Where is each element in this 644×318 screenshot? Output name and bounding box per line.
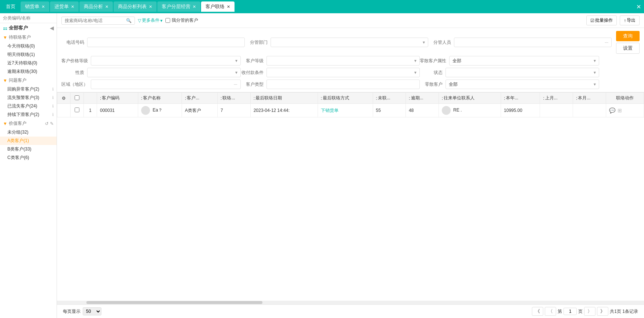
- tab-goods-list-close[interactable]: ✕: [149, 4, 152, 9]
- th-no-contact[interactable]: :未联...: [373, 93, 406, 104]
- tab-sales-order[interactable]: 销货单 ✕: [21, 1, 49, 12]
- sidebar-item-churn-warning[interactable]: 流失预警客户(3) ℹ: [0, 93, 57, 102]
- select-all-checkbox[interactable]: [75, 95, 79, 100]
- sidebar-item-declining[interactable]: 持续下滑客户(2) ℹ: [0, 110, 57, 119]
- filter-input-nature[interactable]: ▾: [87, 68, 241, 77]
- sidebar-group-pending[interactable]: ▼ 待联络客户: [0, 33, 57, 42]
- filter-input-customer-type[interactable]: [266, 80, 420, 89]
- tab-customer-segment[interactable]: 客户分层经营 ✕: [157, 1, 200, 12]
- th-last-month[interactable]: :上月...: [540, 93, 573, 104]
- th-last-contact-date[interactable]: :最后联络日期: [250, 93, 318, 104]
- filter-label-retail-attr: 零散客户属性: [420, 58, 449, 64]
- page-size-select[interactable]: 50 20 100: [83, 307, 101, 315]
- batch-operation-button[interactable]: ☑ 批量操作: [586, 15, 617, 25]
- th-this-year[interactable]: :本年...: [501, 93, 540, 104]
- query-button[interactable]: 查询: [616, 31, 640, 41]
- filter-input-phone[interactable]: [87, 38, 245, 47]
- th-company-contact[interactable]: :往来单位联系人: [439, 93, 501, 104]
- sidebar-item-7days[interactable]: 近7天待联络(0): [0, 59, 57, 67]
- last-page-button[interactable]: 》: [597, 307, 608, 316]
- filter-input-status[interactable]: ▾: [446, 68, 599, 77]
- sidebar-item-tomorrow[interactable]: 明天待联络(1): [0, 50, 57, 59]
- filter-input-retail-attr[interactable]: 全部▾: [449, 56, 599, 66]
- filter-input-dept[interactable]: ▾: [271, 38, 428, 47]
- search-icon[interactable]: 🔍: [126, 18, 132, 23]
- first-page-button[interactable]: 《: [532, 307, 543, 316]
- my-customers-filter[interactable]: 我分管的客户: [165, 17, 198, 24]
- filter-field-payment: 收付款条件 ▾: [241, 68, 420, 77]
- content-area: 🔍 ▽ 更多条件 ▾ 我分管的客户 ☑ 批量操作 ↑ 导出: [57, 13, 644, 318]
- sidebar-item-today[interactable]: 今天待联络(0): [0, 42, 57, 50]
- search-input[interactable]: [65, 18, 126, 23]
- filter-more-button[interactable]: ▽ 更多条件 ▾: [138, 17, 162, 24]
- tab-home[interactable]: 首页: [1, 1, 20, 12]
- tab-goods-analysis[interactable]: 商品分析 ✕: [79, 1, 113, 12]
- th-name[interactable]: :客户名称: [138, 93, 182, 104]
- filter-field-dept: 分管部门 ▾: [245, 38, 428, 47]
- sidebar-search-input[interactable]: [3, 15, 57, 21]
- table-header-row: ⚙ :客户编码 :客户名称 :客户... :联络... :最后联络日期 :最后联…: [57, 93, 644, 104]
- window-close-button[interactable]: ✕: [636, 3, 641, 10]
- my-customers-checkbox[interactable]: [165, 18, 170, 23]
- tab-customer-contact[interactable]: 客户联络 ✕: [201, 1, 235, 12]
- tab-customer-segment-close[interactable]: ✕: [193, 4, 196, 9]
- company-contact-avatar: [442, 106, 451, 115]
- prev-page-button[interactable]: 〈: [545, 307, 556, 316]
- page-number-input[interactable]: [564, 308, 577, 315]
- tab-purchase-close[interactable]: ✕: [71, 4, 74, 9]
- sidebar-all-customers[interactable]: ⚏ 全部客户 ◀: [0, 23, 57, 33]
- filter-more-label: 更多条件: [142, 17, 160, 24]
- filter-input-retail[interactable]: 全部▾: [446, 80, 599, 89]
- setting-button[interactable]: 设置: [616, 43, 640, 54]
- th-type[interactable]: :客户...: [182, 93, 218, 104]
- filter-input-grade[interactable]: ▾: [266, 56, 420, 66]
- horizontal-scrollbar[interactable]: [57, 301, 644, 304]
- th-contact[interactable]: :联络...: [218, 93, 251, 104]
- tab-goods-list[interactable]: 商品分析列表 ✕: [114, 1, 157, 12]
- next-page-button[interactable]: 〉: [584, 307, 595, 316]
- sidebar-group-problem[interactable]: ▼ 问题客户: [0, 76, 57, 85]
- sidebar-item-repurchase-abnormal[interactable]: 回购异常客户(2) ℹ: [0, 85, 57, 93]
- sidebar-item-overdue[interactable]: 逾期未联络(30): [0, 67, 57, 76]
- sidebar-group-problem-label: 问题客户: [9, 77, 26, 84]
- tab-purchase[interactable]: 进货单 ✕: [50, 1, 79, 12]
- filter-field-region: 区域（地区） ···: [61, 80, 241, 89]
- th-overdue[interactable]: :逾期...: [406, 93, 439, 104]
- last-contact-method-link[interactable]: 下销货单: [321, 108, 339, 113]
- sidebar-item-churned[interactable]: 已流失客户(24) ℹ: [0, 102, 57, 110]
- filter-row-2: 客户价格等级 ▾ 客户等级 ▾ 零散客户属性 全部▾: [61, 56, 640, 66]
- tab-customer-contact-close[interactable]: ✕: [227, 4, 230, 9]
- th-settings[interactable]: ⚙: [57, 93, 71, 104]
- sidebar-collapse-icon[interactable]: ◀: [50, 25, 54, 31]
- main-layout: 🔍 ⚏ 全部客户 ◀ ▼ 待联络客户 今天待联络(0) 明天待联络(1) 近7天…: [0, 13, 644, 318]
- filter-input-price-grade[interactable]: ▾: [91, 56, 241, 66]
- filter-label-person: 分管人员: [428, 39, 454, 46]
- sidebar-item-class-b[interactable]: B类客户(33): [0, 145, 57, 153]
- th-last-contact-method[interactable]: :最后联络方式: [318, 93, 373, 104]
- sidebar-item-class-a[interactable]: A类客户(1): [0, 137, 57, 145]
- sidebar-item-class-c[interactable]: C类客户(6): [0, 153, 57, 162]
- td-this-month: [573, 104, 606, 117]
- export-button[interactable]: ↑ 导出: [620, 15, 640, 25]
- filter-input-payment[interactable]: ▾: [266, 68, 420, 77]
- customer-table: ⚙ :客户编码 :客户名称 :客户... :联络... :最后联络日期 :最后联…: [57, 92, 644, 117]
- filter-dropdown-icon: ▾: [160, 18, 162, 23]
- tab-sales-close[interactable]: ✕: [42, 4, 45, 9]
- th-code[interactable]: :客户编码: [97, 93, 138, 104]
- tab-goods-analysis-close[interactable]: ✕: [105, 4, 108, 9]
- sidebar-group-value-label: 价值客户: [9, 120, 26, 127]
- qr-icon[interactable]: ⊞: [618, 107, 622, 113]
- th-this-month[interactable]: :本月...: [573, 93, 606, 104]
- sidebar-value-refresh-icon[interactable]: ↺: [45, 121, 49, 126]
- sidebar-item-unclassified[interactable]: 未分组(32): [0, 128, 57, 137]
- sidebar-search-area: 🔍: [0, 13, 57, 23]
- hscroll-thumb[interactable]: [86, 301, 262, 304]
- filter-input-person[interactable]: ···: [454, 38, 612, 47]
- filter-input-region[interactable]: ···: [91, 80, 241, 89]
- row-checkbox[interactable]: [75, 107, 79, 112]
- sidebar-value-edit-icon[interactable]: ✎: [50, 121, 54, 126]
- chat-icon[interactable]: 💬: [609, 107, 615, 113]
- toolbar: 🔍 ▽ 更多条件 ▾ 我分管的客户 ☑ 批量操作 ↑ 导出: [57, 13, 644, 28]
- sidebar-group-value[interactable]: ▼ 价值客户 ↺ ✎: [0, 119, 57, 128]
- tab-bar: 首页 销货单 ✕ 进货单 ✕ 商品分析 ✕ 商品分析列表 ✕ 客户分层经营 ✕ …: [0, 0, 644, 13]
